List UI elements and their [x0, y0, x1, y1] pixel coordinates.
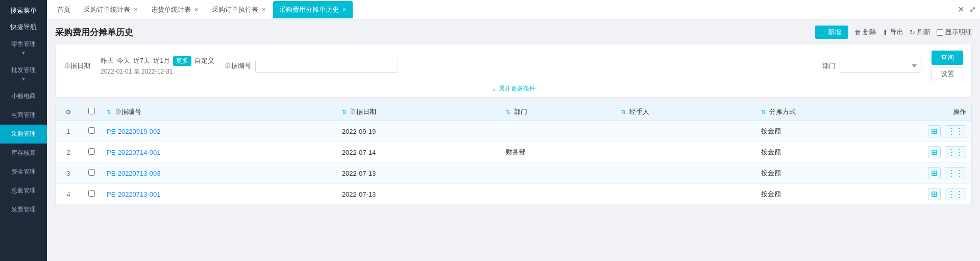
- cell-doc-date: 2022-09-19: [337, 121, 501, 142]
- col-num: ⚙: [56, 103, 81, 121]
- cell-handler: [616, 142, 756, 163]
- show-columns-checkbox[interactable]: 显示明细: [937, 28, 972, 37]
- view-icon[interactable]: ⊞: [928, 125, 941, 137]
- dept-select[interactable]: [840, 60, 921, 73]
- sidebar-item-wholesale[interactable]: 批发管理 ▼: [0, 61, 47, 87]
- table-wrap: ⚙ ⇅ 单据编号 ⇅ 单据日期: [55, 103, 972, 205]
- sidebar-item-ledger[interactable]: 总账管理: [0, 181, 47, 200]
- shortcut-1month[interactable]: 近1月: [153, 56, 170, 65]
- cell-handler: [616, 184, 756, 205]
- sidebar-item-ecommerce[interactable]: 电商管理: [0, 106, 47, 125]
- doc-no-link[interactable]: PE-20220713-003: [107, 170, 161, 177]
- view-icon[interactable]: ⊞: [928, 167, 941, 179]
- sidebar-item-invoice[interactable]: 发票管理: [0, 200, 47, 219]
- close-icon[interactable]: ✕: [261, 1, 266, 18]
- sidebar: 搜索菜单 快捷导航 零售管理 ▼ 批发管理 ▼ 小畅电商 电商管理 采购管理 库…: [0, 0, 47, 261]
- fullscreen-icon[interactable]: ⤢: [969, 5, 976, 14]
- sidebar-item-label: 小畅电商: [11, 92, 36, 101]
- filter-row: 单据日期 昨天 今天 近7天 近1月 更多 自定义 2022-01-01 至 2…: [64, 51, 963, 81]
- table-row: 2 PE-20220714-001 2022-07-14 财务部 按金额 ⊞ ⋮…: [56, 142, 971, 163]
- tab-purchase-cost-history[interactable]: 采购费用分摊单历史 ✕: [273, 1, 353, 18]
- col-dept: ⇅ 部门: [501, 103, 616, 121]
- doc-no-link[interactable]: PE-20220713-001: [107, 191, 161, 198]
- main-area: 首页 采购订单统计表 ✕ 进货单统计表 ✕ 采购订单执行表 ✕ 采购费用分摊单历…: [47, 0, 980, 261]
- show-columns-input[interactable]: [937, 29, 943, 36]
- cell-dept: [501, 184, 616, 205]
- dept-label: 部门: [822, 61, 836, 70]
- filter-area: 单据日期 昨天 今天 近7天 近1月 更多 自定义 2022-01-01 至 2…: [55, 44, 972, 98]
- chevron-down-icon: ⌄: [492, 85, 497, 92]
- cell-alloc-method: 按金额: [756, 184, 920, 205]
- doc-no-label: 单据编号: [225, 61, 251, 70]
- cell-doc-no: PE-20220713-001: [102, 184, 337, 205]
- table-row: 3 PE-20220713-003 2022-07-13 按金额 ⊞ ⋮⋮: [56, 163, 971, 184]
- edit-icon[interactable]: ⋮⋮: [945, 167, 966, 179]
- shortcut-more[interactable]: 更多: [173, 56, 191, 66]
- close-icon[interactable]: ✕: [342, 1, 347, 18]
- select-all-checkbox[interactable]: [88, 108, 95, 114]
- sidebar-item-quicknav[interactable]: 快捷导航: [0, 19, 47, 35]
- sidebar-item-finance[interactable]: 资金管理: [0, 162, 47, 181]
- cell-doc-no: PE-20220919-002: [102, 121, 337, 142]
- cell-doc-date: 2022-07-14: [337, 142, 501, 163]
- chevron-down-icon: ▼: [21, 50, 26, 56]
- sidebar-item-purchase[interactable]: 采购管理: [0, 125, 47, 144]
- doc-no-link[interactable]: PE-20220714-001: [107, 149, 161, 156]
- col-handler: ⇅ 经手人: [616, 103, 756, 121]
- cell-doc-no: PE-20220714-001: [102, 142, 337, 163]
- shortcut-today[interactable]: 今天: [117, 56, 130, 65]
- export-icon: ⬆: [883, 29, 888, 36]
- row-checkbox[interactable]: [88, 127, 95, 134]
- tab-purchase-incoming-stats[interactable]: 进货单统计表 ✕: [145, 1, 205, 18]
- edit-icon[interactable]: ⋮⋮: [945, 146, 966, 158]
- query-button[interactable]: 查询: [932, 51, 963, 65]
- tab-purchase-order-exec[interactable]: 采购订单执行表 ✕: [206, 1, 272, 18]
- row-checkbox[interactable]: [88, 148, 95, 155]
- sidebar-item-label: 批发管理: [11, 66, 36, 75]
- page-content: 采购费用分摊单历史 + 新增 🗑 删除 ⬆ 导出 ↻ 刷新 显示明细: [47, 19, 980, 261]
- sidebar-item-label: 发票管理: [11, 205, 36, 214]
- date-label: 单据日期: [64, 61, 90, 70]
- col-checkbox: [81, 103, 102, 121]
- sidebar-item-mobile[interactable]: 小畅电商: [0, 87, 47, 106]
- tab-purchase-order-stats[interactable]: 采购订单统计表 ✕: [78, 1, 144, 18]
- close-icon[interactable]: ✕: [133, 1, 138, 18]
- query-actions: 查询 设置: [932, 51, 963, 81]
- table-header-row: ⚙ ⇅ 单据编号 ⇅ 单据日期: [56, 103, 971, 121]
- setting-button[interactable]: 设置: [932, 67, 963, 81]
- sidebar-item-label: 采购管理: [11, 130, 36, 138]
- add-button[interactable]: + 新增: [815, 26, 848, 39]
- sidebar-item-label: 零售管理: [11, 40, 36, 49]
- date-shortcuts-row: 昨天 今天 近7天 近1月 更多 自定义: [101, 56, 214, 66]
- cell-alloc-method: 按金额: [756, 121, 920, 142]
- edit-icon[interactable]: ⋮⋮: [945, 125, 966, 137]
- tab-home[interactable]: 首页: [51, 1, 77, 18]
- dept-filter: 部门: [822, 60, 921, 73]
- sidebar-item-search[interactable]: 搜索菜单: [0, 0, 47, 19]
- doc-no-link[interactable]: PE-20220919-002: [107, 128, 161, 135]
- row-checkbox[interactable]: [88, 190, 95, 197]
- sidebar-item-label: 库存核算: [11, 149, 36, 157]
- shortcut-7days[interactable]: 近7天: [133, 56, 150, 65]
- view-icon[interactable]: ⊞: [928, 146, 941, 158]
- cell-handler: [616, 121, 756, 142]
- cell-doc-date: 2022-07-13: [337, 184, 501, 205]
- shortcut-yesterday[interactable]: 昨天: [101, 56, 114, 65]
- col-doc-no: ⇅ 单据编号: [102, 103, 337, 121]
- export-button[interactable]: ⬆ 导出: [883, 28, 903, 37]
- sidebar-item-retail[interactable]: 零售管理 ▼: [0, 35, 47, 61]
- data-table: ⚙ ⇅ 单据编号 ⇅ 单据日期: [56, 103, 971, 205]
- gear-icon[interactable]: ⚙: [65, 108, 71, 116]
- delete-button[interactable]: 🗑 删除: [854, 28, 876, 37]
- shortcut-custom[interactable]: 自定义: [194, 56, 214, 65]
- close-icon[interactable]: ✕: [194, 1, 199, 18]
- expand-conditions-button[interactable]: ⌄ 展开更多条件: [492, 84, 535, 93]
- view-icon[interactable]: ⊞: [928, 188, 941, 200]
- close-all-icon[interactable]: ✕: [958, 5, 964, 14]
- doc-no-input[interactable]: [255, 60, 398, 73]
- row-checkbox[interactable]: [88, 169, 95, 176]
- page-header: 采购费用分摊单历史 + 新增 🗑 删除 ⬆ 导出 ↻ 刷新 显示明细: [55, 26, 972, 39]
- refresh-button[interactable]: ↻ 刷新: [910, 28, 930, 37]
- edit-icon[interactable]: ⋮⋮: [945, 188, 966, 200]
- sidebar-item-inventory[interactable]: 库存核算: [0, 144, 47, 162]
